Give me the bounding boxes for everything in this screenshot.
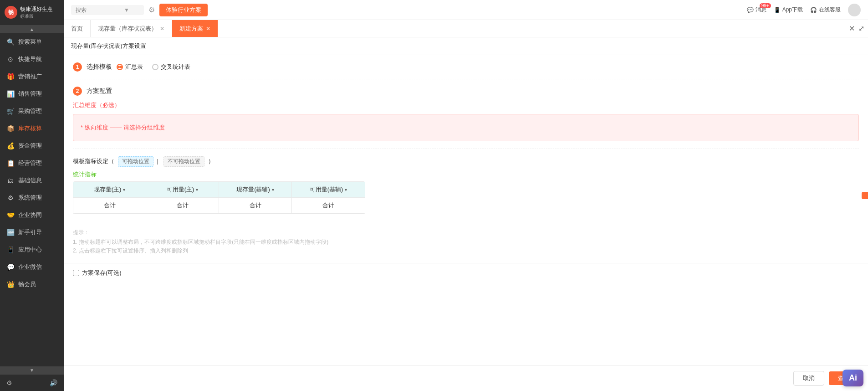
- body-col-0: 合计: [73, 198, 146, 214]
- search-input[interactable]: [76, 7, 121, 13]
- body-col-2: 合计: [219, 198, 292, 214]
- col-2-header[interactable]: 现存量(基辅) ▾: [219, 182, 291, 198]
- content-area: 现存量(库存状况表)方案设置 1 选择模板 汇总表 交叉统计表: [64, 37, 868, 365]
- footer-bar: 取消 查询: [64, 365, 868, 391]
- body-cell-2: 合计: [219, 198, 291, 214]
- divider1: [73, 79, 859, 79]
- app-download-icon: 📱: [774, 7, 781, 13]
- tabs-bar: 首页 现存量（库存状况表） ✕ 新建方案 ✕ ✕ ⤢: [64, 20, 868, 37]
- sidebar-item-purchase[interactable]: 🛒 采购管理: [0, 103, 64, 120]
- step1-row: 1 选择模板 汇总表 交叉统计表: [73, 62, 859, 72]
- sidebar-item-label: 基础信息: [18, 176, 42, 185]
- messages-count: 99+: [760, 3, 771, 8]
- tip-2: 2. 点击标题栏下拉可设置排序、插入列和删除列: [73, 247, 859, 255]
- topbar: ▼ ⚙ 体验行业方案 💬 消息 99+ 📱 App下载 🎧 在线客服: [64, 0, 868, 20]
- avatar[interactable]: [848, 4, 861, 16]
- tab-collapse-btn[interactable]: ✕: [849, 24, 855, 33]
- radio-cross-label: 交叉统计表: [161, 63, 190, 71]
- col-3-header[interactable]: 可用量(基辅) ▾: [292, 182, 365, 198]
- sales-icon: 📊: [6, 90, 15, 98]
- sidebar-item-label: 系统管理: [18, 194, 42, 202]
- radio-summary-circle: [117, 64, 123, 70]
- right-edge-tab[interactable]: [862, 192, 868, 199]
- sidebar-item-inventory[interactable]: 📦 库存核算: [0, 120, 64, 137]
- sidebar-item-sales[interactable]: 📊 销售管理: [0, 85, 64, 103]
- sidebar-item-member[interactable]: 👑 畅会员: [0, 276, 64, 293]
- col-0-header[interactable]: 现存量(主) ▾: [73, 182, 146, 198]
- step2-row: 2 方案配置: [73, 87, 859, 96]
- tab-close-new-plan[interactable]: ✕: [206, 26, 210, 32]
- tips-title: 提示：: [73, 229, 859, 237]
- body-col-1: 合计: [146, 198, 219, 214]
- radio-summary[interactable]: 汇总表: [117, 63, 143, 71]
- online-service-label: 在线客服: [819, 6, 841, 14]
- sidebar-nav: 🔍 搜索菜单 ⊙ 快捷导航 🎁 营销推广 📊 销售管理 🛒 采购管理 📦 库存核…: [0, 33, 64, 366]
- sidebar-item-label: 应用中心: [18, 246, 42, 254]
- sidebar-item-basic[interactable]: 🗂 基础信息: [0, 172, 64, 189]
- sidebar-item-marketing[interactable]: 🎁 营销推广: [0, 68, 64, 85]
- app-name: 畅康通好生意: [20, 5, 53, 13]
- purchase-icon: 🛒: [6, 107, 15, 115]
- col-2-dropdown-icon: ▾: [272, 187, 274, 192]
- sidebar-item-label: 库存核算: [18, 124, 42, 133]
- sidebar-item-search[interactable]: 🔍 搜索菜单: [0, 33, 64, 51]
- sidebar-item-appstore[interactable]: 📱 应用中心: [0, 241, 64, 258]
- sidebar-item-operation[interactable]: 📋 经营管理: [0, 154, 64, 172]
- statistics-table: 现存量(主) ▾ 可用量(主) ▾ 现存量(基辅: [73, 181, 365, 214]
- cancel-button[interactable]: 取消: [793, 371, 824, 386]
- message-icon: 💬: [747, 7, 754, 13]
- page-title: 现存量(库存状况表)方案设置: [64, 37, 868, 55]
- sidebar-item-enterprise[interactable]: 🤝 企业协同: [0, 206, 64, 224]
- stat-label: 统计指标: [73, 170, 859, 179]
- tab-new-plan[interactable]: 新建方案 ✕: [172, 20, 218, 37]
- main-area: ▼ ⚙ 体验行业方案 💬 消息 99+ 📱 App下载 🎧 在线客服 首页: [64, 0, 868, 391]
- footer-sound-icon[interactable]: 🔊: [50, 379, 57, 386]
- app-edition: 标准版: [20, 13, 53, 20]
- sidebar-item-system[interactable]: ⚙ 系统管理: [0, 189, 64, 206]
- required-label: 汇总维度（必选）: [73, 101, 859, 109]
- sidebar-item-quick-nav[interactable]: ⊙ 快捷导航: [0, 51, 64, 68]
- inventory-icon: 📦: [6, 124, 15, 133]
- system-icon: ⚙: [6, 194, 15, 202]
- online-service-btn[interactable]: 🎧 在线客服: [810, 6, 841, 14]
- sidebar-scroll-down[interactable]: ▼: [0, 366, 64, 374]
- sidebar-item-wechat[interactable]: 💬 企业微信: [0, 258, 64, 276]
- settings-gear-icon[interactable]: ⚙: [148, 5, 155, 14]
- sidebar-scroll-up[interactable]: ▲: [0, 26, 64, 33]
- sidebar-item-label: 营销推广: [18, 72, 42, 81]
- sidebar-item-label: 销售管理: [18, 90, 42, 98]
- basic-icon: 🗂: [6, 176, 15, 185]
- indicator-draggable: 可拖动位置: [118, 156, 153, 167]
- ai-badge[interactable]: Ai: [842, 370, 863, 386]
- topbar-search-box: ▼: [71, 5, 144, 15]
- warning-text: * 纵向维度 —— 请选择分组维度: [81, 123, 165, 132]
- app-download-btn[interactable]: 📱 App下载: [774, 6, 803, 14]
- logo-text: 畅康通好生意 标准版: [20, 5, 53, 20]
- tab-inventory[interactable]: 现存量（库存状况表） ✕: [91, 20, 172, 37]
- tips-section: 提示： 1. 拖动标题栏可以调整布局，不可跨维度或指标区域拖动栏目字段(只能在同…: [64, 221, 868, 263]
- sidebar-item-finance[interactable]: 💰 资金管理: [0, 137, 64, 154]
- sidebar-item-label: 资金管理: [18, 142, 42, 150]
- step2-badge: 2: [73, 87, 82, 96]
- col-2: 现存量(基辅) ▾: [219, 182, 292, 198]
- sidebar: 畅 畅康通好生意 标准版 ▲ 🔍 搜索菜单 ⊙ 快捷导航 🎁 营销推广 📊 销售…: [0, 0, 64, 391]
- save-checkbox[interactable]: [73, 270, 79, 276]
- radio-cross[interactable]: 交叉统计表: [152, 63, 190, 71]
- sidebar-item-label: 畅会员: [18, 280, 36, 288]
- col-3-dropdown-icon: ▾: [345, 187, 347, 192]
- search-icon: 🔍: [6, 38, 15, 46]
- trial-btn[interactable]: 体验行业方案: [159, 4, 208, 16]
- search-dropdown-icon[interactable]: ▼: [124, 7, 129, 13]
- body-col-3: 合计: [292, 198, 365, 214]
- footer-settings-icon[interactable]: ⚙: [6, 379, 12, 386]
- newguide-icon: 🆕: [6, 228, 15, 237]
- col-1-header[interactable]: 可用量(主) ▾: [146, 182, 219, 198]
- tab-home[interactable]: 首页: [64, 20, 91, 37]
- sidebar-item-newguide[interactable]: 🆕 新手引导: [0, 224, 64, 241]
- tab-expand-btn[interactable]: ⤢: [858, 24, 864, 33]
- operation-icon: 📋: [6, 159, 15, 167]
- tab-close-inventory[interactable]: ✕: [160, 26, 164, 32]
- step1-badge: 1: [73, 62, 82, 72]
- headset-icon: 🎧: [810, 7, 817, 13]
- messages-badge[interactable]: 💬 消息 99+: [747, 6, 766, 14]
